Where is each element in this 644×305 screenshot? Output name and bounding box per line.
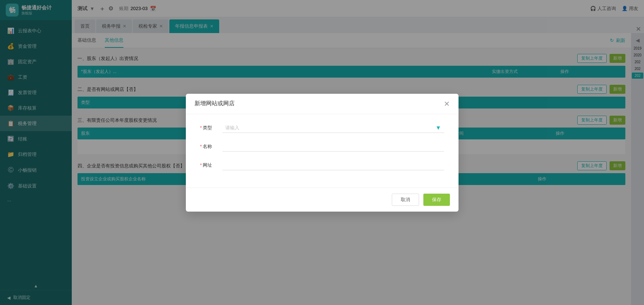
url-input[interactable] <box>222 160 444 170</box>
type-label: * 类型 <box>200 125 218 131</box>
form-row-type: * 类型 ▼ <box>200 123 444 133</box>
name-label: * 名称 <box>200 143 218 150</box>
modal-header: 新增网站或网店 ✕ <box>186 94 459 114</box>
modal-body: * 类型 ▼ * 名称 * <box>186 114 459 188</box>
name-input-wrap <box>222 142 444 152</box>
name-input[interactable] <box>222 142 444 152</box>
save-button[interactable]: 保存 <box>423 194 450 206</box>
modal-add-website: 新增网站或网店 ✕ * 类型 ▼ * 名称 <box>186 94 459 212</box>
type-input-wrap: ▼ <box>222 123 444 133</box>
modal-footer: 取消 保存 <box>186 188 459 212</box>
modal-title: 新增网站或网店 <box>194 100 235 107</box>
type-input[interactable] <box>222 123 444 133</box>
form-row-name: * 名称 <box>200 142 444 152</box>
cancel-button[interactable]: 取消 <box>392 194 419 206</box>
url-label: * 网址 <box>200 162 218 168</box>
form-row-url: * 网址 <box>200 160 444 170</box>
modal-overlay: 新增网站或网店 ✕ * 类型 ▼ * 名称 <box>0 0 644 305</box>
url-input-wrap <box>222 160 444 170</box>
modal-close-btn[interactable]: ✕ <box>444 100 450 108</box>
